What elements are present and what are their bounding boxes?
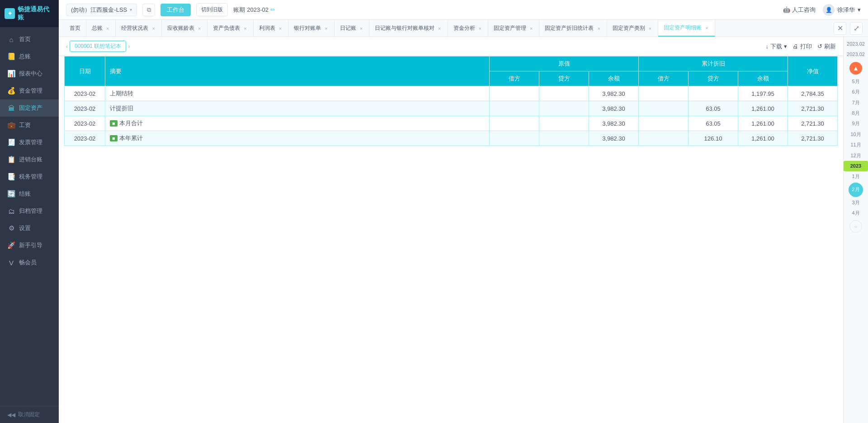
tab-balance-label: 资产负债表	[213, 24, 240, 32]
scroll-up-button[interactable]: ▲	[849, 62, 862, 75]
tab-profit-label: 利润表	[259, 24, 275, 32]
copy-button[interactable]: ⧉	[142, 4, 155, 16]
old-version-button[interactable]: 切到旧版	[196, 3, 228, 16]
workbench-button[interactable]: 工作台	[160, 4, 191, 16]
cell-orig-debit	[490, 131, 539, 146]
ai-consult-button[interactable]: 🤖 人工咨询	[783, 6, 816, 14]
period-selector[interactable]: 账期 2023-02 ✏	[233, 6, 275, 14]
sidebar-item-sales[interactable]: 📋 进销台账	[0, 151, 59, 168]
tab-ledger-close[interactable]: ×	[105, 25, 110, 32]
sidebar-item-invoice-label: 发票管理	[19, 138, 42, 146]
col-orig-credit-header: 贷方	[539, 71, 589, 86]
tab-fixed-mgmt-close[interactable]: ×	[529, 25, 533, 32]
cell-desc: 上期结转	[105, 86, 490, 101]
subnav-prev-button[interactable]: ‹	[66, 43, 68, 50]
print-button[interactable]: 🖨 打印	[793, 42, 812, 51]
month-11[interactable]: 11月	[844, 140, 868, 150]
cell-depr-balance: 1,197.95	[738, 86, 788, 101]
refresh-button[interactable]: ↺ 刷新	[817, 42, 836, 51]
tab-fixed-mgmt-label: 固定资产管理	[494, 24, 526, 32]
month-9[interactable]: 9月	[844, 118, 868, 129]
month-5[interactable]: 5月	[844, 76, 868, 87]
cell-desc: ■本年累计	[105, 131, 490, 146]
sidebar-item-home[interactable]: ⌂ 首页	[0, 31, 59, 48]
tab-fixed-depr-close[interactable]: ×	[596, 25, 601, 32]
print-icon: 🖨	[793, 43, 798, 50]
subnav-next-button[interactable]: ›	[128, 43, 130, 50]
subnav-asset-item[interactable]: 000001 联想笔记本	[70, 41, 126, 52]
ai-consult-label: 人工咨询	[792, 6, 816, 14]
sidebar-item-settlement[interactable]: 🔄 结账	[0, 185, 59, 202]
sidebar-item-tax[interactable]: 📑 税务管理	[0, 168, 59, 185]
tab-fixed-detail[interactable]: 固定资产明细账 ×	[658, 20, 715, 37]
sidebar-item-guide[interactable]: 🚀 新手引导	[0, 237, 59, 254]
cell-desc: ■本月合计	[105, 116, 490, 131]
user-menu[interactable]: 👤 徐泽华 ▾	[823, 4, 861, 16]
close-all-tabs-button[interactable]: ✕	[834, 22, 846, 35]
tab-ledger[interactable]: 总账 ×	[86, 20, 116, 37]
tab-home-label: 首页	[70, 24, 80, 32]
tab-fixed-mgmt[interactable]: 固定资产管理 ×	[488, 20, 539, 37]
tab-balance[interactable]: 资产负债表 ×	[208, 20, 253, 37]
month-7[interactable]: 7月	[844, 98, 868, 108]
tab-bank-close[interactable]: ×	[324, 25, 328, 32]
sidebar-item-member[interactable]: V 畅会员	[0, 254, 59, 271]
sidebar-item-fixed-assets-label: 固定资产	[19, 104, 42, 112]
tab-journal-bank[interactable]: 日记账与银行对账单核对 ×	[369, 20, 448, 37]
month-4[interactable]: 4月	[844, 208, 868, 218]
tab-status-label: 经营状况表	[121, 24, 148, 32]
sidebar-item-capital[interactable]: 💰 资金管理	[0, 82, 59, 99]
cell-depr-debit	[639, 131, 689, 146]
tab-status[interactable]: 经营状况表 ×	[116, 20, 161, 37]
scroll-down-circle[interactable]: ○	[849, 220, 862, 233]
cell-depr-debit	[639, 101, 689, 116]
cell-orig-balance: 3,982.30	[589, 86, 639, 101]
month-10[interactable]: 10月	[844, 129, 868, 140]
tab-profit[interactable]: 利润表 ×	[254, 20, 288, 37]
sidebar-item-fixed-assets[interactable]: 🏛 固定资产	[0, 99, 59, 117]
sidebar-item-salary[interactable]: 💼 工资	[0, 117, 59, 134]
tab-journal-close[interactable]: ×	[359, 25, 363, 32]
tab-receivable[interactable]: 应收账龄表 ×	[162, 20, 208, 37]
tab-fixed-cat-close[interactable]: ×	[648, 25, 652, 32]
tab-status-close[interactable]: ×	[151, 25, 156, 32]
period-top-label[interactable]: 2023.02	[844, 39, 868, 49]
month-6[interactable]: 6月	[844, 87, 868, 97]
month-3[interactable]: 3月	[844, 197, 868, 208]
maximize-button[interactable]: ⤢	[850, 22, 863, 35]
sidebar-item-ledger[interactable]: 📒 总账	[0, 48, 59, 65]
tab-fixed-cat[interactable]: 固定资产类别 ×	[607, 20, 658, 37]
month-2-active[interactable]: 2月	[849, 183, 863, 197]
tab-fixed-detail-close[interactable]: ×	[704, 25, 709, 31]
capital-icon: 💰	[7, 87, 15, 95]
cell-depr-balance: 1,261.00	[738, 131, 788, 146]
ai-icon: 🤖	[783, 6, 790, 13]
month-1[interactable]: 1月	[844, 171, 868, 182]
tab-capital-close[interactable]: ×	[478, 25, 482, 32]
tab-bank-label: 银行对账单	[294, 24, 321, 32]
tab-capital-analysis[interactable]: 资金分析 ×	[448, 20, 488, 37]
tab-fixed-depr[interactable]: 固定资产折旧统计表 ×	[539, 20, 607, 37]
download-button[interactable]: ↓ 下载 ▾	[766, 42, 788, 51]
sidebar-item-invoice[interactable]: 🧾 发票管理	[0, 134, 59, 151]
month-12[interactable]: 12月	[844, 150, 868, 161]
tab-ledger-label: 总账	[92, 24, 103, 32]
sidebar-item-archive[interactable]: 🗂 归档管理	[0, 202, 59, 220]
month-8[interactable]: 8月	[844, 108, 868, 118]
company-selector[interactable]: (勿动）江西服金-LSS ▾	[66, 4, 137, 16]
sidebar-item-reports[interactable]: 📊 报表中心	[0, 65, 59, 82]
tab-journal-bank-close[interactable]: ×	[437, 25, 442, 32]
tab-bank[interactable]: 银行对账单 ×	[288, 20, 334, 37]
period-top-label2[interactable]: 2023.02	[844, 49, 868, 60]
col-desc-header: 摘要	[105, 56, 490, 86]
tab-receivable-close[interactable]: ×	[197, 25, 202, 32]
tab-journal[interactable]: 日记账 ×	[335, 20, 369, 37]
unpin-sidebar-button[interactable]: ◀◀ 取消固定	[0, 406, 59, 423]
sidebar-item-member-label: 畅会员	[19, 258, 37, 267]
tab-home[interactable]: 首页	[64, 20, 86, 37]
year-2023-badge[interactable]: 2023	[844, 161, 868, 171]
tab-profit-close[interactable]: ×	[278, 25, 283, 32]
period-edit-icon[interactable]: ✏	[270, 6, 275, 13]
tab-balance-close[interactable]: ×	[243, 25, 247, 32]
sidebar-item-settings[interactable]: ⚙ 设置	[0, 220, 59, 237]
